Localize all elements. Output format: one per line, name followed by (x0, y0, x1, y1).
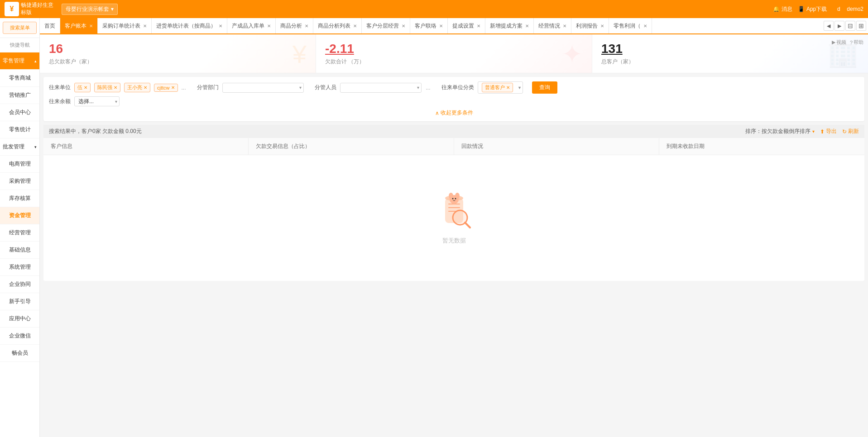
sidebar-item-inventory[interactable]: 库存核算 (0, 190, 39, 207)
tab-prev-btn[interactable]: ◀ (824, 21, 834, 31)
person-more[interactable]: ... (426, 85, 431, 91)
export-btn[interactable]: ⬆ 导出 (820, 128, 837, 135)
data-table: 客户信息 欠款交易信息（占比） 回款情况 到期未收款日期 (43, 138, 864, 281)
tab-close-icon[interactable]: ✕ (305, 24, 308, 28)
tab-home[interactable]: 首页 (40, 18, 60, 34)
close-icon[interactable]: ✕ (114, 85, 117, 90)
app-download-btn[interactable]: 📱 App下载 (798, 5, 827, 13)
search-menu-btn[interactable]: 搜索菜单 (3, 22, 37, 34)
tab-close-icon[interactable]: ✕ (89, 24, 93, 28)
close-icon[interactable]: ✕ (144, 85, 147, 90)
tab-customer-contact[interactable]: 客户联络 ✕ (410, 18, 448, 34)
help-icon: ? (850, 40, 853, 45)
tab-close-icon[interactable]: ✕ (402, 24, 405, 28)
tab-close-icon[interactable]: ✕ (219, 24, 222, 28)
dept-select-wrap (222, 83, 304, 93)
sidebar-item-purchase[interactable]: 采购管理 (0, 173, 39, 190)
results-actions: 排序：按欠款金额倒序排序 ▾ ⬆ 导出 ↻ 刷新 (745, 128, 859, 135)
tab-product-analysis[interactable]: 商品分析 ✕ (276, 18, 313, 34)
collapse-btn[interactable]: ∧ 收起更多条件 (49, 109, 859, 117)
tab-close-icon[interactable]: ✕ (600, 24, 604, 28)
tab-expand-btn[interactable]: ⊞ (856, 21, 866, 31)
sidebar-item-operations[interactable]: 经营管理 (0, 224, 39, 242)
col-ar-info: 欠款交易信息（占比） (249, 138, 454, 155)
sidebar-item-guide[interactable]: 新手引导 (0, 293, 39, 310)
tab-product-analysis-list[interactable]: 商品分析列表 ✕ (313, 18, 362, 34)
tab-close-icon[interactable]: ✕ (439, 24, 443, 28)
empty-svg (434, 191, 475, 232)
unit-type-select-wrap: 普通客户 ✕ ▾ (478, 81, 523, 94)
video-btn[interactable]: ▶ 视频 (832, 39, 846, 46)
filter-tag-unit-3[interactable]: cjttcw ✕ (154, 84, 178, 92)
tab-minimize-btn[interactable]: ⊟ (845, 21, 855, 31)
sidebar-item-basics[interactable]: 基础信息 (0, 242, 39, 259)
stat-actions: ▶ 视频 ? 帮助 (832, 39, 863, 46)
filter-tag-unit-2[interactable]: 王小亮 ✕ (124, 83, 150, 92)
tab-new-improve[interactable]: 新增提成方案 ✕ (485, 18, 534, 34)
tab-close-icon[interactable]: ✕ (143, 24, 147, 28)
stat-total-ar: ✦ -2.11 欠款合计 （万） (316, 34, 592, 73)
stat-total-customers: ¥ 16 总欠款客户（家） (40, 34, 316, 73)
filter-tag-type-0[interactable]: 普通客户 ✕ (482, 83, 513, 92)
tab-improve-settings[interactable]: 提成设置 ✕ (448, 18, 485, 34)
sidebar-item-finance[interactable]: 资金管理 (0, 207, 39, 224)
help-btn[interactable]: ? 帮助 (850, 39, 863, 46)
tab-close-icon[interactable]: ✕ (477, 24, 480, 28)
tab-purchase-order[interactable]: 采购订单统计表 ✕ (98, 18, 152, 34)
sidebar-item-member[interactable]: 会员中心 (0, 104, 39, 121)
messages-btn[interactable]: 🔔 消息 (773, 5, 792, 13)
tab-ar[interactable]: 客户账本 ✕ (60, 18, 98, 34)
tab-cost-inbound[interactable]: 产成品入库单 ✕ (227, 18, 276, 34)
close-icon[interactable]: ✕ (84, 85, 87, 90)
sidebar-item-vip[interactable]: 畅会员 (0, 345, 39, 362)
sidebar-item-marketing[interactable]: 营销推广 (0, 87, 39, 104)
tab-profit-report[interactable]: 利润报告 ✕ (571, 18, 609, 34)
play-icon: ▶ (832, 39, 835, 45)
tab-close-icon[interactable]: ✕ (353, 24, 357, 28)
table-header: 客户信息 欠款交易信息（占比） 回款情况 到期未收款日期 (43, 138, 864, 155)
stat-label-customers: 总欠款客户（家） (49, 58, 92, 66)
main-layout: 搜索菜单 快捷导航 零售管理 ▴ 零售商城 营销推广 会员中心 零售统计 批发管… (0, 18, 868, 437)
tab-next-btn[interactable]: ▶ (834, 21, 844, 31)
filter-tag-unit-0[interactable]: 伍 ✕ (74, 83, 91, 92)
stat-label-customers-2: 总客户（家） (601, 58, 634, 66)
balance-select[interactable]: 选择... (74, 96, 120, 106)
close-icon[interactable]: ✕ (171, 85, 175, 90)
tab-retail-profit[interactable]: 零售利润（ ✕ (609, 18, 652, 34)
sidebar-item-system[interactable]: 系统管理 (0, 259, 39, 276)
tab-close-icon[interactable]: ✕ (643, 24, 647, 28)
sidebar-item-retail-mgmt[interactable]: 零售管理 ▴ (0, 52, 39, 70)
refresh-btn[interactable]: ↻ 刷新 (842, 128, 859, 135)
sort-control[interactable]: 排序：按欠款金额倒序排序 ▾ (745, 128, 815, 135)
sidebar-item-wechat[interactable]: 企业微信 (0, 328, 39, 345)
filter-tag-unit-1[interactable]: 陈民强 ✕ (94, 83, 120, 92)
tab-business-status[interactable]: 经营情况 ✕ (534, 18, 571, 34)
dept-input[interactable] (222, 83, 304, 93)
tab-close-icon[interactable]: ✕ (563, 24, 566, 28)
tab-close-icon[interactable]: ✕ (267, 24, 271, 28)
tab-inventory-stats[interactable]: 进货单统计表（按商品） ✕ (152, 18, 227, 34)
sidebar-item-apps[interactable]: 应用中心 (0, 310, 39, 328)
company-selector[interactable]: 母婴行业演示帐套 ▾ (62, 4, 118, 15)
user-menu[interactable]: d demo2 (832, 3, 863, 15)
close-icon[interactable]: ✕ (506, 85, 510, 90)
person-select-wrap (340, 83, 422, 93)
sidebar-item-retail-mall[interactable]: 零售商城 (0, 70, 39, 87)
sidebar-search: 搜索菜单 (0, 18, 39, 38)
query-btn[interactable]: 查询 (532, 81, 557, 94)
person-input[interactable] (340, 83, 422, 93)
top-bar-right: 🔔 消息 📱 App下载 d demo2 (773, 3, 863, 15)
quick-nav-btn[interactable]: 快捷导航 (0, 38, 39, 52)
empty-illustration (434, 191, 475, 232)
sidebar-item-retail-stats[interactable]: 零售统计 (0, 121, 39, 138)
filter-more-units[interactable]: ... (182, 85, 186, 91)
sidebar-item-wholesale[interactable]: 批发管理 ▾ (0, 138, 39, 156)
tab-close-icon[interactable]: ✕ (525, 24, 529, 28)
results-bar: 搜索结果中，客户0家 欠款金额 0.00元 排序：按欠款金额倒序排序 ▾ ⬆ 导… (43, 125, 864, 138)
sidebar-item-enterprise[interactable]: 企业协同 (0, 276, 39, 293)
sidebar-item-ecommerce[interactable]: 电商管理 (0, 156, 39, 173)
tab-customer-segment[interactable]: 客户分层经营 ✕ (362, 18, 410, 34)
unit-type-selector[interactable]: 普通客户 ✕ ▾ (478, 81, 523, 94)
filter-row-2: 往来余额 选择... (49, 96, 859, 106)
stats-bar: ¥ 16 总欠款客户（家） ✦ -2.11 欠款合计 （万） (40, 34, 868, 73)
